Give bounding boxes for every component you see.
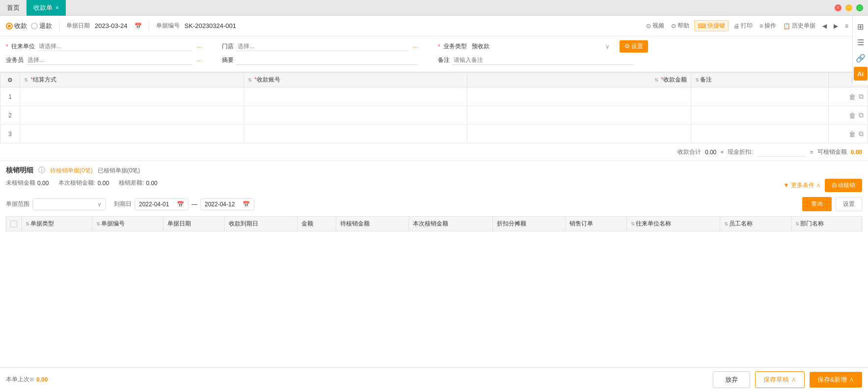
receipt-radio-label: 收款 [14,22,27,30]
date-picker-icon[interactable]: 📅 [135,23,142,29]
dept-sort-icon[interactable]: ⇅ [795,221,799,226]
operate-btn[interactable]: ≡ 操作 [758,21,778,31]
verify-info-icon[interactable]: ⓘ [38,166,45,175]
row-2-delete-icon[interactable]: 🗑 [849,112,856,119]
tab-bar: 首页 收款单 × × − □ [0,0,868,16]
toolbar-right: ⊙ 视频 ⊙ 帮助 ⌨ 快捷键 🖨 打印 ≡ 操作 📋 历史单据 [644,20,862,31]
remark-input[interactable] [452,56,634,65]
remark-sort-icon[interactable]: ⇅ [695,77,699,83]
row-3-amount[interactable] [467,125,691,143]
store-more-btn[interactable]: ··· [412,43,418,51]
auto-verify-btn[interactable]: 自动核销 [825,179,862,192]
number-sort-icon[interactable]: ⇅ [96,221,100,226]
history-icon: 📋 [783,23,790,29]
partner-input[interactable] [37,42,193,51]
list-view-btn[interactable]: ≡ [843,22,850,30]
history-btn[interactable]: 📋 历史单据 [781,21,817,31]
type-sort-icon[interactable]: ⇅ [26,221,29,226]
biz-type-chevron[interactable]: ∨ [605,43,610,50]
nav-next-btn[interactable]: ▶ [832,22,840,30]
pending-link[interactable]: 待核销单据(0笔) [50,167,93,175]
staff-sort-icon[interactable]: ⇅ [724,221,728,226]
row-1-settlement[interactable] [20,87,244,106]
partner-sort-icon[interactable]: ⇅ [631,221,635,226]
range-select[interactable]: ∨ [32,198,106,210]
receipt-radio[interactable]: 收款 [6,22,27,30]
account-sort-icon[interactable]: ⇅ [248,77,252,83]
save-btn[interactable]: 保存&新增 ∧ [810,372,862,388]
abandon-btn[interactable]: 放弃 [713,371,750,388]
equals-sign: = [810,149,814,156]
row-3-settlement[interactable] [20,125,244,143]
staff-input[interactable] [26,56,192,65]
summary-input[interactable] [236,56,418,65]
right-ai-icon[interactable]: Ai [854,67,868,81]
row-2-amount[interactable] [467,106,691,125]
draft-btn[interactable]: 保存草稿 ∧ [755,371,805,388]
date-label: 到期日 [114,200,132,208]
print-label: 打印 [741,22,753,30]
settings-btn[interactable]: ⚙ 设置 [620,40,648,53]
number-label: 单据编号 [156,22,180,30]
tab-receipt-close[interactable]: × [55,4,59,11]
row-1-amount[interactable] [467,87,691,106]
video-btn[interactable]: ⊙ 视频 [644,21,666,31]
store-input[interactable] [236,42,408,51]
row-1-actions: 🗑 ⧉ [829,87,868,106]
date-from-icon[interactable]: 📅 [177,201,184,208]
row-2-account[interactable] [244,106,467,125]
row-3-account[interactable] [244,125,467,143]
partner-more-btn[interactable]: ··· [196,43,202,51]
query-btn[interactable]: 查询 [802,197,832,211]
refund-radio[interactable]: 退款 [31,22,52,30]
data-table-container: ⚙ ⇅ *结算方式 ⇅ *收款账号 ⇅ *收款金额 ⇅备 [0,72,868,143]
right-attachment-icon[interactable]: 🔗 [854,51,868,65]
row-2-settlement[interactable] [20,106,244,125]
settlement-sort-icon[interactable]: ⇅ [24,77,28,83]
biz-type-value: 预收款 [472,42,489,51]
due-date-col-header: 收款到期日 [224,217,297,231]
window-maximize-btn[interactable]: □ [856,4,863,11]
row-1-delete-icon[interactable]: 🗑 [849,93,856,101]
print-btn[interactable]: 🖨 打印 [732,21,755,31]
discount-input[interactable] [757,147,806,157]
date-filter: 到期日 2022-04-01 📅 — 2022-04-12 📅 [114,198,254,210]
current-label: 本次核销金额: [58,179,95,187]
vamount-col-header: 金额 [297,217,336,231]
more-conditions-btn[interactable]: ▼ 更多条件 ∧ [783,181,821,190]
select-all-checkbox[interactable] [10,221,17,227]
row-1-copy-icon[interactable]: ⧉ [859,92,864,101]
row-3-remark[interactable] [691,125,829,143]
right-list-icon[interactable]: ☰ [854,35,868,49]
help-btn[interactable]: ⊙ 帮助 [669,21,691,31]
tab-receipt[interactable]: 收款单 × [27,0,66,16]
row-3-copy-icon[interactable]: ⧉ [859,130,864,138]
table-settings-icon[interactable]: ⚙ [7,77,13,84]
row-2-copy-icon[interactable]: ⧉ [859,111,864,119]
verify-settings-btn[interactable]: 设置 [836,197,862,211]
date-to-icon[interactable]: 📅 [243,201,250,208]
row-1-account[interactable] [244,87,467,106]
date-from-input[interactable]: 2022-04-01 📅 [135,198,189,210]
print-icon: 🖨 [733,23,739,29]
right-table-icon[interactable]: ⊞ [854,20,868,33]
row-2-remark[interactable] [691,106,829,125]
staff-more-btn[interactable]: ··· [196,56,202,64]
window-minimize-btn[interactable]: − [845,4,852,11]
table-row: 1 🗑 ⧉ [0,87,868,106]
help-icon: ⊙ [671,23,676,29]
refund-radio-dot [31,23,38,29]
verify-table: ⇅单据类型 ⇅单据编号 单据日期 收款到期日 金额 待核销金额 本次核销金额 折… [6,216,862,231]
row-1-remark[interactable] [691,87,829,106]
settings-col-header[interactable]: ⚙ [0,73,20,87]
toolbar-divider-1 [59,21,59,31]
nav-prev-btn[interactable]: ◀ [820,22,829,30]
done-link[interactable]: 已核销单据(0笔) [98,167,140,175]
shortcut-btn[interactable]: ⌨ 快捷键 [694,20,729,31]
tab-home[interactable]: 首页 [0,0,27,16]
date-to-input[interactable]: 2022-04-12 📅 [200,198,254,210]
window-close-btn[interactable]: × [835,4,841,11]
amount-sort-icon[interactable]: ⇅ [654,77,658,83]
row-3-delete-icon[interactable]: 🗑 [849,130,856,138]
staff-col-header: ⇅员工名称 [720,217,791,231]
